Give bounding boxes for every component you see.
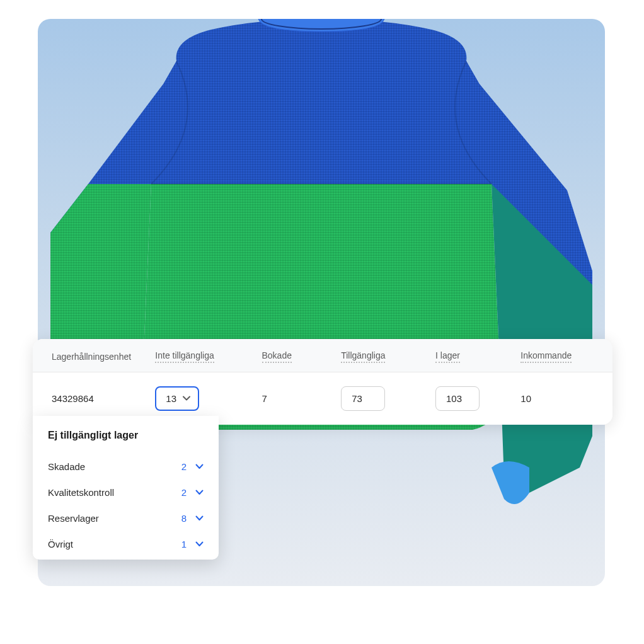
cell-booked: 7 bbox=[262, 393, 267, 404]
chevron-down-icon bbox=[195, 464, 204, 469]
dropdown-item-label: Övrigt bbox=[48, 539, 73, 549]
dropdown-item-label: Reservlager bbox=[48, 513, 99, 524]
header-incoming[interactable]: Inkommande bbox=[520, 350, 572, 363]
dropdown-item-value: 2 bbox=[181, 487, 187, 498]
chevron-down-icon bbox=[183, 396, 189, 402]
header-unavailable[interactable]: Inte tillgängliga bbox=[155, 350, 214, 363]
instock-input[interactable]: 103 bbox=[435, 386, 480, 411]
unavailable-value: 13 bbox=[166, 393, 176, 404]
header-available[interactable]: Tillgängliga bbox=[341, 350, 385, 363]
header-booked[interactable]: Bokade bbox=[262, 350, 292, 363]
cell-sku: 34329864 bbox=[52, 393, 94, 404]
header-sku: Lagerhållningsenhet bbox=[52, 352, 131, 362]
table-header-row: Lagerhållningsenhet Inte tillgängliga Bo… bbox=[33, 339, 612, 372]
dropdown-item-kvalitetskontroll[interactable]: Kvalitetskontroll 2 bbox=[48, 480, 204, 505]
dropdown-item-value: 2 bbox=[181, 461, 187, 472]
inventory-table: Lagerhållningsenhet Inte tillgängliga Bo… bbox=[33, 339, 612, 425]
dropdown-title: Ej tillgängligt lager bbox=[48, 430, 204, 441]
dropdown-item-label: Skadade bbox=[48, 461, 85, 472]
chevron-down-icon bbox=[195, 490, 204, 495]
chevron-down-icon bbox=[195, 541, 204, 547]
cell-incoming: 10 bbox=[520, 393, 531, 404]
dropdown-item-ovrigt[interactable]: Övrigt 1 bbox=[48, 531, 204, 557]
dropdown-item-value: 1 bbox=[181, 539, 187, 549]
dropdown-item-skadade[interactable]: Skadade 2 bbox=[48, 454, 204, 480]
unavailable-dropdown-panel: Ej tillgängligt lager Skadade 2 Kvalitet… bbox=[33, 416, 219, 560]
unavailable-dropdown[interactable]: 13 bbox=[155, 386, 199, 411]
chevron-down-icon bbox=[195, 515, 204, 521]
dropdown-item-value: 8 bbox=[181, 513, 187, 524]
dropdown-item-label: Kvalitetskontroll bbox=[48, 487, 114, 498]
instock-value: 103 bbox=[446, 393, 462, 404]
header-instock[interactable]: I lager bbox=[435, 350, 460, 363]
available-input[interactable]: 73 bbox=[341, 386, 385, 411]
available-value: 73 bbox=[352, 393, 362, 404]
dropdown-item-reservlager[interactable]: Reservlager 8 bbox=[48, 505, 204, 531]
